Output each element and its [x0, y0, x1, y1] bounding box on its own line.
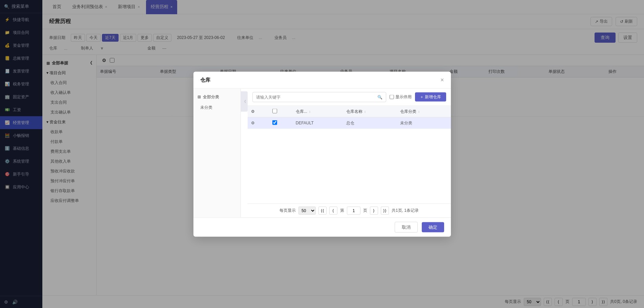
modal-row-gear: ⚙ [248, 117, 269, 129]
modal-first-page[interactable]: ⟨⟨ [318, 206, 327, 214]
modal-table-wrapper: ⚙ 仓库... ↕ 仓库名称 ↕ 仓库分类 ↕ ⚙ DEFAULT 总仓 [248, 106, 451, 203]
warehouse-modal: 仓库 × ⊞ 全部分类 未分类 《 🔍 [193, 71, 451, 237]
modal-page-size-select[interactable]: 50 100 [298, 206, 316, 214]
modal-footer: 取消 确定 [193, 217, 451, 237]
show-disabled-label: 显示停用 [395, 94, 412, 100]
modal-page-prefix: 第 [340, 208, 344, 213]
modal-page-size-label: 每页显示 [279, 208, 296, 213]
modal-warehouse-table: ⚙ 仓库... ↕ 仓库名称 ↕ 仓库分类 ↕ ⚙ DEFAULT 总仓 [248, 106, 451, 129]
modal-categories: ⊞ 全部分类 未分类 [193, 88, 241, 217]
grid-icon-modal: ⊞ [198, 95, 201, 99]
modal-page-input[interactable] [347, 206, 360, 214]
modal-toolbar: 🔍 显示停用 ＋ 新增仓库 [248, 88, 451, 106]
modal-total-info: 共1页, 1条记录 [392, 208, 419, 213]
modal-title: 仓库 [200, 77, 210, 83]
modal-row-checkbox[interactable] [272, 120, 277, 125]
modal-select-all[interactable] [272, 108, 277, 113]
modal-row-code: DEFAULT [292, 117, 343, 129]
modal-row-category: 未分类 [397, 117, 451, 129]
modal-col-code: 仓库... ↕ [292, 106, 343, 117]
modal-collapse-button[interactable]: 《 [241, 91, 248, 111]
modal-right-panel: 🔍 显示停用 ＋ 新增仓库 ⚙ 仓库... ↕ 仓库名称 ↕ [248, 88, 451, 217]
modal-last-page[interactable]: ⟩⟩ [381, 206, 389, 214]
show-disabled-checkbox[interactable] [390, 95, 394, 99]
modal-prev-page[interactable]: ⟨ [329, 206, 337, 214]
modal-cat-uncategorized-label: 未分类 [200, 105, 212, 109]
modal-cat-uncategorized[interactable]: 未分类 [193, 102, 241, 112]
modal-row-checkbox-cell [269, 117, 292, 129]
modal-next-page[interactable]: ⟩ [370, 206, 378, 214]
modal-col-category: 仓库分类 ↕ [397, 106, 451, 117]
modal-search-box[interactable]: 🔍 [252, 92, 387, 102]
modal-table-row[interactable]: ⚙ DEFAULT 总仓 未分类 [248, 117, 451, 129]
modal-cat-all[interactable]: ⊞ 全部分类 [193, 91, 241, 102]
modal-page-suffix: 页 [363, 208, 367, 213]
modal-body: ⊞ 全部分类 未分类 《 🔍 显示停用 ＋ 新增 [193, 88, 451, 217]
modal-col-gear: ⚙ [248, 106, 269, 117]
modal-search-input[interactable] [256, 95, 376, 99]
modal-col-name: 仓库名称 ↕ [343, 106, 397, 117]
search-icon-modal: 🔍 [377, 95, 382, 99]
modal-cat-all-label: 全部分类 [203, 94, 219, 100]
modal-pagination: 每页显示 50 100 ⟨⟨ ⟨ 第 页 ⟩ ⟩⟩ 共1页, 1条记录 [248, 203, 451, 217]
add-warehouse-button[interactable]: ＋ 新增仓库 [415, 93, 446, 102]
modal-row-name: 总仓 [343, 117, 397, 129]
modal-confirm-button[interactable]: 确定 [422, 222, 444, 232]
modal-cancel-button[interactable]: 取消 [395, 222, 418, 232]
modal-close-button[interactable]: × [440, 76, 444, 83]
modal-col-check [269, 106, 292, 117]
collapse-chevron-icon: 《 [243, 99, 246, 104]
modal-header: 仓库 × [193, 71, 451, 88]
show-disabled-checkbox-label[interactable]: 显示停用 [390, 94, 412, 100]
